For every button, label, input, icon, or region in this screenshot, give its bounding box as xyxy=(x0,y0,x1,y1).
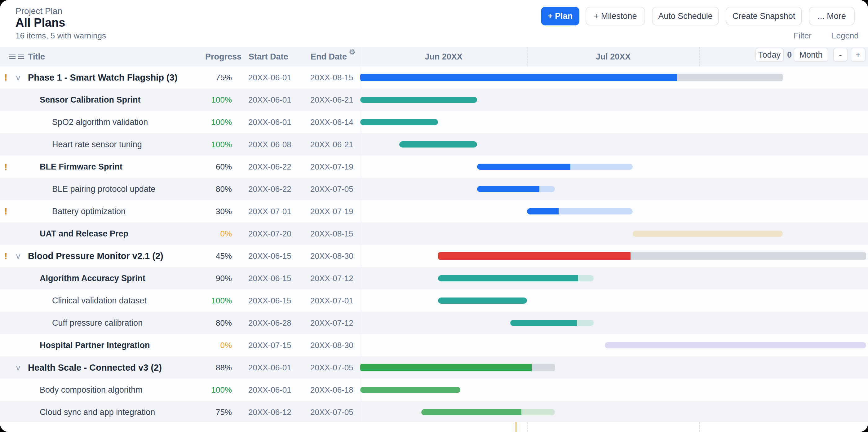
zoom-in-button[interactable]: + xyxy=(850,48,866,62)
month-label-1: Jul 20XX xyxy=(596,47,631,66)
table-row[interactable]: Cuff pressure calibration80%20XX-06-2820… xyxy=(0,312,868,334)
progress-value: 75% xyxy=(186,66,232,89)
row-title: Body composition algorithm xyxy=(40,379,143,401)
row-title: BLE Firmware Sprint xyxy=(40,156,122,178)
table-row[interactable]: Cloud sync and app integration75%20XX-06… xyxy=(0,401,868,423)
gantt-bar[interactable] xyxy=(510,320,594,326)
end-date: 20XX-07-05 xyxy=(310,401,363,423)
table-timeline-divider xyxy=(360,47,360,422)
gantt-bar[interactable] xyxy=(438,275,594,281)
gantt-bar[interactable] xyxy=(438,298,527,304)
table-row[interactable]: vHealth Scale - Connected v3 (2)88%20XX-… xyxy=(0,357,868,379)
gantt-bar[interactable] xyxy=(421,409,555,415)
progress-value: 100% xyxy=(186,111,232,133)
gantt-bar[interactable] xyxy=(360,387,460,393)
unit-selector-button[interactable]: Month xyxy=(794,48,828,62)
start-date: 20XX-06-12 xyxy=(248,401,301,423)
row-title: Clinical validation dataset xyxy=(52,289,147,312)
row-title: Cloud sync and app integration xyxy=(40,401,155,423)
progress-value: 75% xyxy=(186,401,232,423)
start-date: 20XX-06-22 xyxy=(248,178,301,200)
gantt-bar-fill xyxy=(527,208,559,214)
gantt-bar-fill xyxy=(438,252,630,260)
row-title: Heart rate sensor tuning xyxy=(52,133,142,156)
grid-line xyxy=(700,422,700,432)
start-date: 20XX-06-22 xyxy=(248,156,301,178)
gantt-bar-fill xyxy=(360,119,438,125)
progress-value: 100% xyxy=(186,89,232,111)
progress-value: 80% xyxy=(186,312,232,334)
end-date: 20XX-06-14 xyxy=(310,111,363,133)
column-settings-gear-icon[interactable]: ⚙ xyxy=(349,48,355,56)
legend-link[interactable]: Legend xyxy=(832,31,859,40)
progress-value: 80% xyxy=(186,178,232,200)
start-date: 20XX-06-15 xyxy=(248,289,301,312)
progress-value: 30% xyxy=(186,200,232,222)
end-date: 20XX-07-01 xyxy=(310,289,363,312)
table-row[interactable]: !vPhase 1 - Smart Watch Flagship (3)75%2… xyxy=(0,66,868,89)
gantt-bar[interactable] xyxy=(605,342,866,348)
gantt-bar[interactable] xyxy=(360,364,555,371)
end-date: 20XX-06-21 xyxy=(310,89,363,111)
table-row[interactable]: Sensor Calibration Sprint100%20XX-06-012… xyxy=(0,89,868,111)
end-date: 20XX-07-12 xyxy=(310,312,363,334)
table-row[interactable]: SpO2 algorithm validation100%20XX-06-012… xyxy=(0,111,868,133)
today-button[interactable]: Today xyxy=(755,48,784,62)
column-header-end-date[interactable]: End Date xyxy=(311,47,347,66)
more-button[interactable]: ... More xyxy=(809,7,855,25)
gantt-bar-fill xyxy=(477,164,570,170)
add-plan-button[interactable]: + Plan xyxy=(541,7,579,25)
month-label-0: Jun 20XX xyxy=(425,47,463,66)
table-row[interactable]: !vBlood Pressure Monitor v2.1 (2)45%20XX… xyxy=(0,245,868,267)
table-row[interactable]: !BLE Firmware Sprint60%20XX-06-2220XX-07… xyxy=(0,156,868,178)
table-row[interactable]: Hospital Partner Integration0%20XX-07-15… xyxy=(0,334,868,357)
row-title: Cuff pressure calibration xyxy=(52,312,143,334)
end-date: 20XX-07-12 xyxy=(310,267,363,289)
add-milestone-button[interactable]: + Milestone xyxy=(586,7,645,25)
gantt-bar[interactable] xyxy=(477,186,555,192)
gantt-bar[interactable] xyxy=(360,74,783,81)
page-title: All Plans xyxy=(16,16,65,29)
progress-value: 60% xyxy=(186,156,232,178)
chevron-down-icon[interactable]: v xyxy=(16,66,20,89)
table-row[interactable]: Algorithm Accuracy Sprint90%20XX-06-1520… xyxy=(0,267,868,289)
app-eyebrow: Project Plan xyxy=(16,6,62,16)
row-title: Blood Pressure Monitor v2.1 (2) xyxy=(28,245,163,267)
table-row[interactable]: Heart rate sensor tuning100%20XX-06-0820… xyxy=(0,133,868,156)
gantt-bar-fill xyxy=(510,320,577,326)
column-menu-icon[interactable] xyxy=(18,55,24,59)
progress-value: 88% xyxy=(186,357,232,379)
gantt-bar[interactable] xyxy=(399,141,477,148)
gantt-bar-fill xyxy=(438,298,527,304)
zoom-out-button[interactable]: - xyxy=(833,48,847,62)
gantt-bar[interactable] xyxy=(438,252,866,260)
start-date: 20XX-06-15 xyxy=(248,245,301,267)
row-title: BLE pairing protocol update xyxy=(52,178,155,200)
row-title: Hospital Partner Integration xyxy=(40,334,150,357)
today-marker xyxy=(516,422,517,432)
gantt-bar[interactable] xyxy=(477,164,633,170)
filter-link[interactable]: Filter xyxy=(794,31,812,40)
project-plan-window: Project Plan All Plans 16 items, 5 with … xyxy=(0,0,868,432)
gantt-bar-fill xyxy=(360,74,677,81)
auto-schedule-button[interactable]: Auto Schedule xyxy=(652,7,719,25)
column-header-title[interactable]: Title xyxy=(28,47,45,66)
start-date: 20XX-07-20 xyxy=(248,222,301,245)
gantt-bar[interactable] xyxy=(360,97,477,103)
create-snapshot-button[interactable]: Create Snapshot xyxy=(726,7,802,25)
column-header-progress[interactable]: Progress xyxy=(205,47,242,66)
table-row[interactable]: Body composition algorithm100%20XX-06-01… xyxy=(0,379,868,401)
gantt-bar[interactable] xyxy=(360,119,438,125)
table-row[interactable]: !Battery optimization30%20XX-07-0120XX-0… xyxy=(0,200,868,222)
gantt-bar[interactable] xyxy=(527,208,633,214)
chevron-down-icon[interactable]: v xyxy=(16,357,20,379)
table-row[interactable]: Clinical validation dataset100%20XX-06-1… xyxy=(0,289,868,312)
grid-line xyxy=(700,47,700,66)
column-header-start-date[interactable]: Start Date xyxy=(249,47,288,66)
row-title: SpO2 algorithm validation xyxy=(52,111,148,133)
row-drag-handle-icon[interactable] xyxy=(9,55,16,59)
table-row[interactable]: BLE pairing protocol update80%20XX-06-22… xyxy=(0,178,868,200)
chevron-down-icon[interactable]: v xyxy=(16,245,20,267)
table-row[interactable]: UAT and Release Prep0%20XX-07-2020XX-08-… xyxy=(0,222,868,245)
gantt-bar[interactable] xyxy=(633,230,783,237)
